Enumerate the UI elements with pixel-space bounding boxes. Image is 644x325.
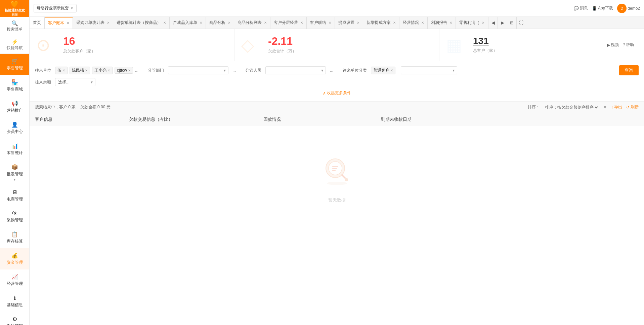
sidebar-item-quick-nav[interactable]: ⚡ 快捷导航 — [0, 36, 29, 54]
tab-goods-analysis-close[interactable]: ✕ — [228, 21, 230, 25]
sidebar-item-wholesale-mgmt[interactable]: 📦 批发管理 ▼ — [0, 160, 29, 185]
app-download-icon: 📱 — [592, 6, 597, 11]
tab-customer-segment-close[interactable]: ✕ — [300, 21, 303, 25]
tab-scroll-right[interactable]: ▶ — [498, 17, 507, 29]
col-debt-info: 欠款交易信息（占比） — [129, 116, 263, 122]
tab-business-status[interactable]: 经营情况 ✕ — [399, 17, 428, 29]
tab-accounts-receivable-close[interactable]: ✕ — [67, 21, 69, 25]
sidebar-item-retail-stats[interactable]: 📊 零售统计 — [0, 139, 29, 160]
unit-type-tags: 普通客户 ✕ — [371, 67, 395, 74]
filter-row-2: 往来余额 选择... ▼ — [35, 78, 639, 86]
collapse-btn[interactable]: ∧ 收起更多条件 — [319, 89, 355, 97]
unit-tag-cjttcw-remove[interactable]: ✕ — [128, 69, 131, 72]
unit-type-input[interactable] — [401, 66, 457, 74]
message-icon: 💬 — [574, 6, 579, 11]
tab-fullscreen[interactable]: ⛶ — [516, 17, 526, 29]
tab-business-close[interactable]: ✕ — [421, 21, 424, 25]
tab-promotion-settings[interactable]: 提成设置 ✕ — [335, 17, 363, 29]
filter-area: 往来单位 伍 ✕ 陈民强 ✕ 王小亮 ✕ cjttcw — [30, 61, 644, 102]
tab-customer-contact-close[interactable]: ✕ — [329, 21, 331, 25]
unit-tag-chen-remove[interactable]: ✕ — [85, 69, 88, 72]
debt-total-label: 欠款合计（万） — [268, 48, 296, 54]
sidebar-item-operations[interactable]: 📈 经营管理 — [0, 269, 29, 291]
sidebar-item-retail-mall[interactable]: 🏪 零售商城 — [0, 75, 29, 96]
unit-type-tag-remove[interactable]: ✕ — [390, 69, 393, 72]
tab-goods-list-close[interactable]: ✕ — [264, 21, 267, 25]
sidebar-item-system[interactable]: ⚙ 系统管理 — [0, 312, 29, 325]
tab-customer-segment-label: 客户分层经营 — [274, 20, 298, 26]
unit-tag-wu: 伍 ✕ — [55, 67, 68, 74]
col-due-date: 到期未收款日期 — [381, 116, 639, 122]
sidebar-item-retail-mgmt[interactable]: 🛒 零售管理 — [0, 54, 29, 75]
tab-goods-analysis-label: 商品分析 — [209, 20, 225, 26]
user-avatar-btn[interactable]: D demo2 — [617, 4, 640, 13]
table-header: 客户信息 欠款交易信息（占比） 回款情况 到期未收款日期 — [30, 113, 644, 126]
sidebar-item-search[interactable]: 🔍 搜索菜单 — [0, 17, 29, 36]
account-selector[interactable]: 母婴行业演示账套 ▼ — [34, 4, 77, 12]
sidebar-logo[interactable]: 🧡 畅捷通好生意 标版 — [0, 0, 29, 17]
tab-expand[interactable]: ⊞ — [507, 17, 516, 29]
dept-input[interactable] — [168, 66, 228, 74]
tab-inbound-stats[interactable]: 进货单统计表（按商品） ✕ — [113, 17, 170, 29]
remainder-select[interactable]: 选择... — [55, 78, 95, 86]
dept-more-btn[interactable]: ... — [232, 68, 236, 73]
result-bar-right: 排序： 排序：按欠款金额倒序排序 ▼ ↑ 导出 ↺ 刷新 — [528, 104, 639, 110]
debt-customers-value: 16 — [63, 36, 95, 46]
unit-tag-chen-text: 陈民强 — [72, 68, 84, 73]
tab-new-promotion[interactable]: 新增提成方案 ✕ — [363, 17, 399, 29]
person-input[interactable] — [265, 66, 326, 74]
remainder-label: 往来余额 — [35, 79, 51, 85]
tab-accounts-receivable[interactable]: 客户账本 ✕ — [45, 17, 73, 29]
sort-label: 排序： — [528, 104, 540, 110]
tab-retail-profit[interactable]: 零售利润（ ✕ — [456, 17, 488, 29]
total-customers-label: 总客户（家） — [473, 48, 497, 53]
help-btn[interactable]: ? 帮助 — [623, 42, 634, 48]
username-label: demo2 — [628, 6, 640, 11]
sidebar-item-basic-info[interactable]: ℹ 基础信息 — [0, 291, 29, 312]
inventory-icon: 📋 — [11, 231, 18, 238]
tab-scroll-left[interactable]: ◀ — [488, 17, 498, 29]
tab-profit-report[interactable]: 利润报告 ✕ — [428, 17, 456, 29]
filter-row-1: 往来单位 伍 ✕ 陈民强 ✕ 王小亮 ✕ cjttcw — [35, 65, 639, 75]
help-actions: ▶ 视频 ? 帮助 — [607, 42, 634, 48]
tab-inbound-close[interactable]: ✕ — [163, 21, 166, 25]
app-download-btn[interactable]: 📱 App下载 — [592, 5, 613, 11]
operations-icon: 📈 — [11, 274, 18, 280]
sidebar-item-member-center[interactable]: 👤 会员中心 — [0, 117, 29, 139]
retail-mgmt-icon: 🛒 — [11, 58, 18, 64]
retail-stats-icon: 📊 — [11, 143, 18, 149]
sidebar-item-finance[interactable]: 💰 资金管理 — [0, 248, 29, 269]
person-more-btn[interactable]: ... — [330, 68, 333, 73]
unit-type-tag-text: 普通客户 — [373, 68, 389, 73]
sort-select[interactable]: 排序：按欠款金额倒序排序 — [544, 105, 599, 110]
export-btn[interactable]: ↑ 导出 — [611, 104, 622, 110]
sidebar-item-ecommerce[interactable]: 🖥 电商管理 — [0, 185, 29, 206]
tab-purchase-close[interactable]: ✕ — [107, 21, 110, 25]
unit-tags-more[interactable]: ... — [135, 68, 138, 73]
sidebar-item-marketing[interactable]: 📢 营销推广 — [0, 96, 29, 117]
unit-tag-wu-remove[interactable]: ✕ — [62, 69, 65, 72]
tab-produce-close[interactable]: ✕ — [200, 21, 202, 25]
refresh-btn[interactable]: ↺ 刷新 — [626, 104, 639, 110]
unit-tag-wu-text: 伍 — [57, 68, 61, 73]
tab-purchase-order[interactable]: 采购订单统计表 ✕ — [73, 17, 113, 29]
tab-home[interactable]: 首页 — [30, 17, 45, 29]
tab-promotion-close[interactable]: ✕ — [357, 21, 359, 25]
tab-new-promotion-close[interactable]: ✕ — [393, 21, 396, 25]
finance-icon: 💰 — [11, 252, 18, 259]
tab-customer-segment[interactable]: 客户分层经营 ✕ — [270, 17, 307, 29]
tab-produce-inbound[interactable]: 产成品入库单 ✕ — [170, 17, 206, 29]
tab-goods-analysis-list[interactable]: 商品分析列表 ✕ — [234, 17, 270, 29]
tab-customer-contact[interactable]: 客户联络 ✕ — [307, 17, 335, 29]
video-btn[interactable]: ▶ 视频 — [607, 42, 619, 48]
unit-tag-wang-remove[interactable]: ✕ — [108, 69, 110, 72]
query-button[interactable]: 查询 — [619, 65, 639, 75]
empty-label: 暂无数据 — [328, 197, 346, 203]
sidebar-item-purchase[interactable]: 🛍 采购管理 — [0, 206, 29, 227]
tab-profit-close[interactable]: ✕ — [449, 21, 452, 25]
col-payment-status: 回款情况 — [263, 116, 381, 122]
message-btn[interactable]: 💬 消息 — [574, 5, 588, 11]
tab-retail-profit-close[interactable]: ✕ — [482, 21, 484, 25]
sidebar-item-inventory[interactable]: 📋 库存核算 — [0, 227, 29, 248]
tab-goods-analysis[interactable]: 商品分析 ✕ — [206, 17, 234, 29]
